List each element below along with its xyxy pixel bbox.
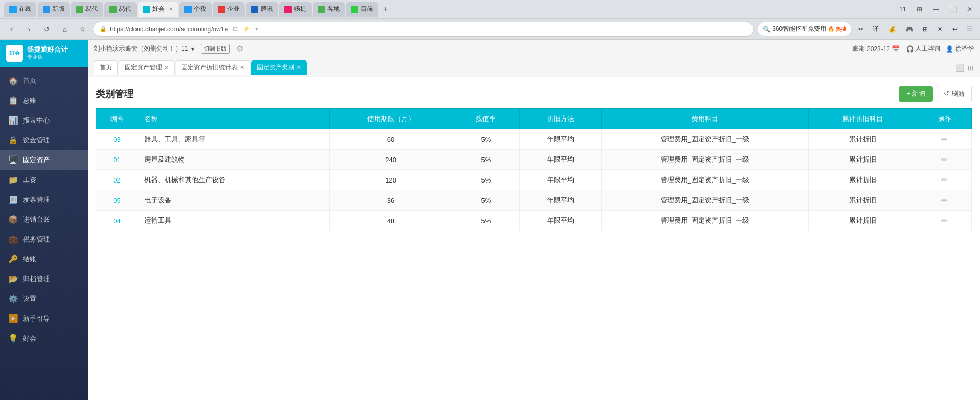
tab-close-icon[interactable]: ✕ — [296, 64, 301, 71]
row-edit-button[interactable]: ✏ — [917, 150, 972, 170]
edit-icon[interactable]: ✏ — [941, 216, 948, 225]
page-tab-category[interactable]: 固定资产类别 ✕ — [251, 60, 307, 75]
row-edit-button[interactable]: ✏ — [917, 211, 972, 231]
address-dropdown-icon[interactable]: ⊞ — [233, 26, 238, 32]
content-window-buttons: ⬜ ⊞ — [956, 64, 974, 72]
bookmark-button[interactable]: ☆ — [75, 22, 90, 37]
browser-tab-tengxun[interactable]: 腾讯 — [246, 2, 278, 17]
sidebar-item-close-account[interactable]: 🔑 结账 — [0, 249, 88, 269]
tab-favicon — [218, 6, 225, 13]
sidebar-item-ledger[interactable]: 📋 总账 — [0, 91, 88, 111]
calendar-icon[interactable]: 📅 — [892, 45, 900, 53]
window-controls: 11 ⊞ — ⬜ ✕ — [897, 3, 976, 16]
new-tab-button[interactable]: + — [379, 3, 392, 16]
sidebar-item-payroll[interactable]: 📁 工资 — [0, 170, 88, 190]
browser-tab-geeshui[interactable]: 个税 — [179, 2, 212, 17]
sidebar-item-archive[interactable]: 📂 归档管理 — [0, 269, 88, 289]
row-edit-button[interactable]: ✏ — [917, 190, 972, 211]
avatar-icon: 👤 — [946, 45, 953, 53]
settings-gear-button[interactable]: ⚙ — [236, 44, 243, 54]
back-button[interactable]: ‹ — [4, 22, 19, 37]
edit-icon[interactable]: ✏ — [941, 196, 948, 204]
sidebar-item-label: 资金管理 — [23, 136, 50, 145]
brightness-tool[interactable]: ☀ — [934, 22, 946, 37]
address-bar[interactable]: 🔒 https://cloud.chanjet.com/accounting/u… — [93, 22, 754, 37]
browser-tab-haohui[interactable]: 好会 ✕ — [138, 2, 178, 17]
browser-tab-qiye[interactable]: 企业 — [213, 2, 245, 17]
dropdown-icon[interactable]: ▾ — [191, 45, 194, 53]
translate-tool[interactable]: 译 — [870, 22, 882, 37]
address-chevron-icon[interactable]: ▾ — [255, 26, 258, 32]
tab-close-icon[interactable]: ✕ — [164, 64, 169, 71]
window-expand-icon[interactable]: ⊞ — [967, 64, 974, 72]
sidebar-item-haohui[interactable]: 💡 好会 — [0, 329, 88, 348]
edit-icon[interactable]: ✏ — [941, 135, 948, 143]
row-expense: 管理费用_固定资产折旧_一级 — [601, 150, 808, 170]
address-bolt-icon[interactable]: ⚡ — [243, 26, 250, 32]
browser-tab-changte[interactable]: 畅提 — [279, 2, 312, 17]
user-info[interactable]: 刘小艳演示账套（勿删勿动！）11 ▾ — [94, 44, 194, 53]
row-method: 年限平均 — [520, 129, 601, 150]
refresh-button[interactable]: ↺ — [40, 22, 54, 37]
sidebar-item-funds[interactable]: 🔒 资金管理 — [0, 130, 88, 150]
period-info: 账期 2023-12 📅 — [852, 44, 900, 53]
page-tab-fixed-assets-mgmt[interactable]: 固定资产管理 ✕ — [119, 60, 175, 75]
address-bar-row: ‹ › ↺ ⌂ ☆ 🔒 https://cloud.chanjet.com/ac… — [0, 19, 980, 40]
page-tab-depreciation-stats[interactable]: 固定资产折旧统计表 ✕ — [176, 60, 250, 75]
row-code[interactable]: 02 — [96, 170, 138, 190]
refresh-button[interactable]: ↺ 刷新 — [937, 86, 972, 102]
row-method: 年限平均 — [520, 150, 601, 170]
browser-tab-yidai2[interactable]: 易代 — [104, 2, 137, 17]
version-badge[interactable]: 切到旧版 — [201, 44, 230, 54]
row-code[interactable]: 05 — [96, 190, 138, 211]
consult-button[interactable]: 🎧 人工咨询 — [906, 44, 940, 53]
window-restore-button[interactable]: — — [930, 3, 942, 16]
game-tool[interactable]: 🎮 — [902, 22, 916, 37]
sidebar-item-reports[interactable]: 📊 报表中心 — [0, 111, 88, 130]
sidebar-item-guide[interactable]: ▶️ 新手引导 — [0, 309, 88, 329]
row-residual: 5% — [452, 150, 520, 170]
window-close-button[interactable]: ✕ — [963, 3, 976, 16]
grid-tool[interactable]: ⊞ — [920, 22, 931, 37]
sidebar-item-tax[interactable]: 💼 税务管理 — [0, 229, 88, 249]
row-code[interactable]: 04 — [96, 211, 138, 231]
sidebar-item-settings[interactable]: ⚙️ 设置 — [0, 289, 88, 309]
window-shrink-icon[interactable]: ⬜ — [956, 64, 964, 72]
tab-label: 固定资产管理 — [125, 63, 162, 72]
add-button[interactable]: + 新增 — [899, 86, 933, 102]
window-minimize-button[interactable]: 11 — [897, 3, 909, 16]
sidebar-item-purchases[interactable]: 📦 进销台账 — [0, 210, 88, 229]
browser-tab-mubiao[interactable]: 目前 — [346, 2, 378, 17]
browser-tab-gedi[interactable]: 各地 — [313, 2, 345, 17]
wallet-tool[interactable]: 💰 — [885, 22, 899, 37]
tab-close-icon[interactable]: ✕ — [169, 6, 173, 12]
menu-button[interactable]: ☰ — [964, 22, 976, 37]
tab-close-icon[interactable]: ✕ — [240, 64, 244, 71]
search-box[interactable]: 🔍 360智能抠图免费用 🔥 热搜 — [757, 22, 852, 37]
sidebar-logo[interactable]: 好会 畅捷通好合计 专业版 — [0, 40, 88, 67]
browser-tab-online[interactable]: 在线 — [4, 2, 36, 17]
sidebar-item-invoice[interactable]: 🧾 发票管理 — [0, 190, 88, 210]
row-edit-button[interactable]: ✏ — [917, 129, 972, 150]
row-code[interactable]: 01 — [96, 150, 138, 170]
sidebar-item-home[interactable]: 🏠 首页 — [0, 71, 88, 91]
row-code[interactable]: 03 — [96, 129, 138, 150]
scissors-tool[interactable]: ✂ — [855, 22, 866, 37]
browser-tab-new[interactable]: 新版 — [38, 2, 70, 17]
user-avatar[interactable]: 👤 徐泽华 — [946, 44, 974, 53]
home-button[interactable]: ⌂ — [57, 22, 72, 37]
forward-button[interactable]: › — [22, 22, 36, 37]
undo-tool[interactable]: ↩ — [949, 22, 961, 37]
close-account-icon: 🔑 — [8, 254, 18, 264]
edit-icon[interactable]: ✏ — [941, 155, 948, 164]
sidebar-item-label: 固定资产 — [23, 155, 50, 165]
page-tab-home[interactable]: 首页 — [94, 60, 118, 75]
browser-tab-yidai1[interactable]: 易代 — [71, 2, 103, 17]
window-tab-icon[interactable]: ⊞ — [913, 3, 926, 16]
tab-label: 新版 — [52, 5, 65, 14]
window-maximize-button[interactable]: ⬜ — [947, 3, 959, 16]
row-name: 机器、机械和其他生产设备 — [138, 170, 330, 190]
row-edit-button[interactable]: ✏ — [917, 170, 972, 190]
edit-icon[interactable]: ✏ — [941, 176, 948, 184]
sidebar-item-fixed-assets[interactable]: 🖥️ 固定资产 — [0, 150, 88, 170]
